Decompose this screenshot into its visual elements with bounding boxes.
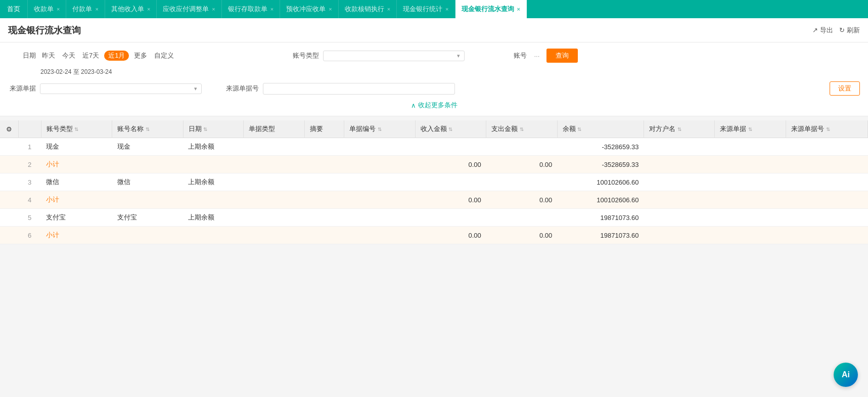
close-icon[interactable]: × bbox=[329, 6, 332, 12]
date-label: 日期 bbox=[8, 51, 36, 60]
filter-row-source: 来源单据 ▾ 来源单据号 设置 bbox=[8, 81, 860, 96]
export-icon: ↗ bbox=[812, 26, 818, 34]
date-shortcut-1month[interactable]: 近1月 bbox=[104, 51, 129, 61]
table-row: 1现金现金上期余额-3528659.33 bbox=[0, 138, 868, 156]
col-date[interactable]: 日期 ⇅ bbox=[183, 120, 244, 138]
nav-tab-xianjinyinhangtongi[interactable]: 现金银行统计 × bbox=[397, 0, 455, 18]
collapse-button[interactable]: ∧ 收起更多条件 bbox=[8, 101, 860, 110]
nav-tab-shoukuandan[interactable]: 收款单 × bbox=[28, 0, 66, 18]
data-table: ⚙ 账号类型 ⇅ 账号名称 ⇅ 日期 ⇅ 单据类型 摘要 单据编号 ⇅ 收入金额… bbox=[0, 120, 868, 244]
col-index bbox=[18, 120, 41, 138]
table-body: 1现金现金上期余额-3528659.332小计0.000.00-3528659.… bbox=[0, 138, 868, 244]
nav-tab-shoukuanhexiao[interactable]: 收款核销执行 × bbox=[339, 0, 397, 18]
account-type-label: 账号类型 bbox=[291, 51, 319, 60]
table-container: ⚙ 账号类型 ⇅ 账号名称 ⇅ 日期 ⇅ 单据类型 摘要 单据编号 ⇅ 收入金额… bbox=[0, 120, 868, 244]
table-row: 3微信微信上期余额100102606.60 bbox=[0, 173, 868, 191]
nav-tab-liushui[interactable]: 现金银行流水查询 × bbox=[455, 0, 527, 18]
nav-tab-yinhangcudan[interactable]: 银行存取款单 × bbox=[222, 0, 280, 18]
account-label: 账号 bbox=[499, 51, 527, 60]
col-source-doc[interactable]: 来源单据 ⇅ bbox=[715, 120, 786, 138]
col-doc-no[interactable]: 单据编号 ⇅ bbox=[344, 120, 415, 138]
col-doc-type: 单据类型 bbox=[244, 120, 305, 138]
account-type-select[interactable]: ▾ bbox=[323, 51, 465, 61]
date-shortcut-more[interactable]: 更多 bbox=[132, 51, 149, 61]
filter-area: 日期 昨天 今天 近7天 近1月 更多 自定义 账号类型 ▾ 账号 ··· 查询… bbox=[0, 42, 868, 116]
refresh-icon: ↻ bbox=[839, 26, 845, 34]
date-range-display: 2023-02-24 至 2023-03-24 bbox=[40, 68, 112, 75]
query-button[interactable]: 查询 bbox=[546, 49, 578, 63]
close-icon[interactable]: × bbox=[147, 6, 150, 12]
date-shortcuts: 昨天 今天 近7天 近1月 更多 自定义 bbox=[40, 51, 176, 61]
page-header: 现金银行流水查询 ↗ 导出 ↻ 刷新 bbox=[0, 18, 868, 42]
col-account-type[interactable]: 账号类型 ⇅ bbox=[41, 120, 112, 138]
close-icon[interactable]: × bbox=[387, 6, 390, 12]
source-doc-label: 来源单据 bbox=[8, 84, 36, 93]
filter-row-date: 日期 昨天 今天 近7天 近1月 更多 自定义 账号类型 ▾ 账号 ··· 查询 bbox=[8, 49, 860, 63]
date-shortcut-custom[interactable]: 自定义 bbox=[152, 51, 176, 61]
close-icon[interactable]: × bbox=[212, 6, 215, 12]
date-shortcut-today[interactable]: 今天 bbox=[60, 51, 77, 61]
close-icon[interactable]: × bbox=[517, 6, 520, 12]
chevron-down-icon-2: ▾ bbox=[194, 85, 197, 92]
account-dots[interactable]: ··· bbox=[534, 52, 539, 60]
chevron-up-icon: ∧ bbox=[411, 102, 416, 109]
col-expense[interactable]: 支出金额 ⇅ bbox=[486, 120, 557, 138]
table-row: 2小计0.000.00-3528659.33 bbox=[0, 156, 868, 173]
setting-button[interactable]: 设置 bbox=[830, 81, 860, 96]
nav-tab-qitashouruden[interactable]: 其他收入单 × bbox=[105, 0, 157, 18]
chevron-down-icon: ▾ bbox=[457, 53, 460, 59]
date-shortcut-yesterday[interactable]: 昨天 bbox=[40, 51, 57, 61]
header-actions: ↗ 导出 ↻ 刷新 bbox=[812, 26, 860, 35]
top-navigation: 首页 收款单 × 付款单 × 其他收入单 × 应收应付调整单 × 银行存取款单 … bbox=[0, 0, 868, 18]
date-shortcut-7days[interactable]: 近7天 bbox=[80, 51, 101, 61]
table-row: 4小计0.000.00100102606.60 bbox=[0, 191, 868, 209]
nav-tab-yushou[interactable]: 预收冲应收单 × bbox=[280, 0, 338, 18]
table-header-row: ⚙ 账号类型 ⇅ 账号名称 ⇅ 日期 ⇅ 单据类型 摘要 单据编号 ⇅ 收入金额… bbox=[0, 120, 868, 138]
table-row: 5支付宝支付宝上期余额19871073.60 bbox=[0, 209, 868, 227]
page-title: 现金银行流水查询 bbox=[8, 24, 81, 36]
col-summary: 摘要 bbox=[305, 120, 344, 138]
export-button[interactable]: ↗ 导出 bbox=[812, 26, 833, 35]
close-icon[interactable]: × bbox=[95, 6, 98, 12]
col-counterparty[interactable]: 对方户名 ⇅ bbox=[644, 120, 714, 138]
col-account-name[interactable]: 账号名称 ⇅ bbox=[112, 120, 183, 138]
nav-tab-fukuandan[interactable]: 付款单 × bbox=[66, 0, 105, 18]
close-icon[interactable]: × bbox=[57, 6, 60, 12]
nav-tab-yingshouyingfu[interactable]: 应收应付调整单 × bbox=[157, 0, 221, 18]
source-doc-no-label: 来源单据号 bbox=[226, 84, 259, 93]
refresh-button[interactable]: ↻ 刷新 bbox=[839, 26, 860, 35]
nav-home[interactable]: 首页 bbox=[0, 0, 28, 18]
col-balance[interactable]: 余额 ⇅ bbox=[557, 120, 644, 138]
close-icon[interactable]: × bbox=[445, 6, 448, 12]
col-source-doc-no[interactable]: 来源单据号 ⇅ bbox=[786, 120, 867, 138]
table-row: 6小计0.000.0019871073.60 bbox=[0, 227, 868, 244]
col-income[interactable]: 收入金额 ⇅ bbox=[415, 120, 486, 138]
col-gear[interactable]: ⚙ bbox=[0, 120, 18, 138]
close-icon[interactable]: × bbox=[270, 6, 273, 12]
source-doc-select[interactable]: ▾ bbox=[40, 83, 202, 94]
source-doc-no-input[interactable] bbox=[263, 83, 455, 95]
